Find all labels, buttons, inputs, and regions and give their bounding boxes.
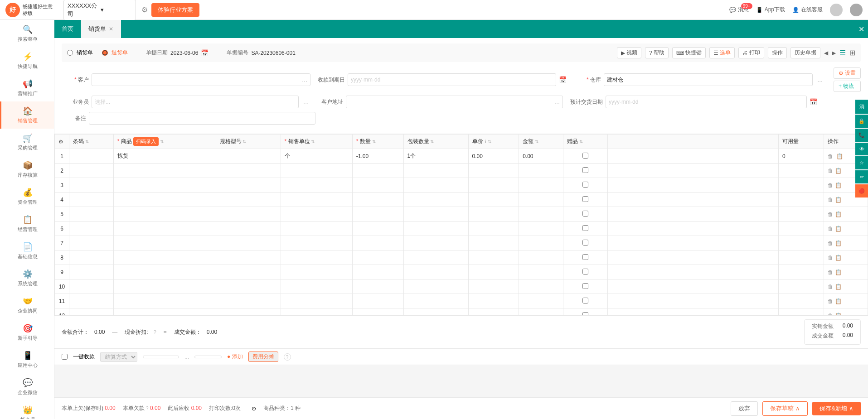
shortcut-button[interactable]: ⌨ 快捷键 bbox=[672, 47, 706, 58]
delete-row-icon[interactable]: 🗑 bbox=[828, 182, 833, 188]
payment-help-icon[interactable]: ? bbox=[284, 353, 291, 361]
float-message-btn[interactable]: 消 bbox=[855, 100, 868, 114]
spec-1[interactable] bbox=[216, 149, 281, 164]
note-1[interactable] bbox=[607, 149, 778, 164]
salesperson-dots[interactable]: ... bbox=[303, 98, 309, 106]
payment-amount-field[interactable] bbox=[194, 356, 222, 358]
copy-row-icon[interactable]: 📋 bbox=[835, 182, 842, 188]
payment-method-select[interactable]: 结算方式 bbox=[100, 352, 137, 362]
copy-row-icon[interactable]: 📋 bbox=[835, 313, 842, 316]
copy-row-icon[interactable]: 📋 bbox=[835, 168, 842, 174]
warehouse-input[interactable]: 建材仓 bbox=[604, 73, 813, 86]
user-avatar[interactable] bbox=[830, 4, 843, 16]
next-record-icon[interactable]: ▶ bbox=[832, 50, 836, 56]
settings-button[interactable]: ⚙ 设置 bbox=[834, 67, 861, 79]
sidebar-item-purchase[interactable]: 🛒 采购管理 bbox=[0, 129, 54, 156]
col-settings[interactable]: ⚙ bbox=[55, 135, 69, 149]
qty-1[interactable]: -1.00 bbox=[352, 149, 403, 164]
radio-return-input[interactable] bbox=[102, 50, 108, 56]
delete-row-icon[interactable]: 🗑 bbox=[828, 298, 833, 304]
settings-icon[interactable]: ⚙ bbox=[141, 5, 148, 14]
copy-row-icon[interactable]: 📋 bbox=[835, 255, 842, 261]
delete-row-icon[interactable]: 🗑 bbox=[828, 284, 833, 290]
expense-split-button[interactable]: 费用分摊 bbox=[248, 352, 278, 362]
copy-row-icon[interactable]: 📋 bbox=[835, 284, 842, 290]
sidebar-item-guide[interactable]: 🎯 新手引导 bbox=[0, 319, 54, 346]
sidebar-item-inventory[interactable]: 📦 库存核算 bbox=[0, 156, 54, 183]
user-avatar2[interactable] bbox=[850, 4, 863, 16]
expected-delivery-input[interactable]: yyyy-mm-dd bbox=[606, 96, 807, 108]
sidebar-item-sales[interactable]: 🏠 销售管理 bbox=[0, 101, 54, 129]
pkg-qty-1[interactable]: 1个 bbox=[403, 149, 468, 164]
customer-address-input[interactable] bbox=[346, 96, 563, 108]
video-button[interactable]: ▶ 视频 bbox=[617, 47, 641, 58]
history-button[interactable]: 历史单据 bbox=[790, 47, 820, 58]
sidebar-item-member[interactable]: 👑 畅会员 bbox=[0, 400, 54, 419]
delete-row-icon[interactable]: 🗑 bbox=[828, 269, 833, 275]
float-star-btn[interactable]: ☆ bbox=[855, 156, 868, 169]
discount-help-icon[interactable]: ? bbox=[154, 329, 156, 335]
radio-sales[interactable]: 销货单 bbox=[67, 49, 93, 57]
payment-dots[interactable]: ... bbox=[184, 354, 189, 360]
copy-row-icon[interactable]: 📋 bbox=[835, 298, 842, 304]
remarks-input[interactable] bbox=[89, 112, 315, 125]
sidebar-item-apps[interactable]: 📱 应用中心 bbox=[0, 346, 54, 373]
tab-close-icon[interactable]: ✕ bbox=[109, 26, 113, 32]
float-edit-btn[interactable]: ✏ bbox=[855, 170, 868, 183]
operation-button[interactable]: 操作 bbox=[768, 47, 787, 58]
product-1[interactable]: 拣货 bbox=[113, 149, 216, 164]
payment-account-field[interactable] bbox=[143, 356, 179, 358]
total-due-help[interactable]: ? bbox=[146, 406, 149, 411]
tab-close-window-icon[interactable]: ✕ bbox=[858, 25, 864, 34]
sidebar-item-capital[interactable]: 💰 资金管理 bbox=[0, 183, 54, 210]
sidebar-item-enterprise[interactable]: 🤝 企业协同 bbox=[0, 292, 54, 319]
company-selector[interactable]: XXXXXX公司 ▾ bbox=[63, 0, 136, 20]
sidebar-item-search[interactable]: 🔍 搜索菜单 bbox=[0, 20, 54, 47]
date-calendar-icon[interactable]: 📅 bbox=[201, 49, 209, 57]
print-button[interactable]: 🖨 打印 bbox=[738, 47, 764, 58]
delete-row-icon[interactable]: 🗑 bbox=[828, 240, 833, 246]
copy-row-icon[interactable]: 📋 bbox=[835, 269, 842, 275]
copy-row-icon[interactable]: 📋 bbox=[836, 153, 843, 159]
delete-row-icon[interactable]: 🗑 bbox=[828, 211, 833, 217]
gift-1[interactable] bbox=[563, 149, 607, 164]
price-1[interactable]: 0.00 bbox=[468, 149, 519, 164]
product-type-refresh-icon[interactable]: ⊙ bbox=[252, 405, 256, 412]
message-button[interactable]: 💬 消息 99+ bbox=[729, 6, 749, 14]
tab-sales-order[interactable]: 销货单 ✕ bbox=[81, 20, 121, 38]
delete-row-icon[interactable]: 🗑 bbox=[828, 313, 833, 316]
save-new-button[interactable]: 保存&新增 ∧ bbox=[812, 402, 861, 415]
delete-row-icon[interactable]: 🗑 bbox=[828, 168, 833, 174]
scan-barcode-button[interactable]: 扫码录入 bbox=[133, 137, 159, 146]
payment-due-calendar-icon[interactable]: 📅 bbox=[559, 76, 567, 83]
add-payment-button[interactable]: ● 添加 bbox=[227, 353, 243, 361]
sidebar-item-system[interactable]: ⚙️ 系统管理 bbox=[0, 265, 54, 292]
trial-button[interactable]: 体验行业方案 bbox=[151, 3, 199, 17]
discard-button[interactable]: 放弃 bbox=[731, 401, 758, 416]
amount-1[interactable]: 0.00 bbox=[519, 149, 563, 164]
customer-input[interactable] bbox=[92, 73, 310, 86]
one-click-payment-checkbox[interactable] bbox=[62, 354, 68, 360]
delete-row-icon[interactable]: 🗑 bbox=[828, 255, 833, 261]
sidebar-item-wechat[interactable]: 💬 企业微信 bbox=[0, 373, 54, 400]
online-service-button[interactable]: 👤 在线客服 bbox=[792, 6, 823, 14]
save-draft-button[interactable]: 保存草稿 ∧ bbox=[762, 401, 808, 416]
filter-button[interactable]: ☰ 选单 bbox=[709, 47, 735, 58]
delete-row-icon[interactable]: 🗑 bbox=[828, 226, 833, 232]
expected-delivery-calendar-icon[interactable]: 📅 bbox=[810, 98, 817, 106]
grid-view-icon[interactable]: ⊞ bbox=[849, 48, 855, 57]
logistics-button[interactable]: + 物流 bbox=[834, 81, 861, 92]
copy-row-icon[interactable]: 📋 bbox=[835, 240, 842, 246]
copy-row-icon[interactable]: 📋 bbox=[835, 226, 842, 232]
list-view-icon[interactable]: ☰ bbox=[839, 48, 846, 57]
copy-row-icon[interactable]: 📋 bbox=[835, 211, 842, 217]
delete-row-icon[interactable]: 🗑 bbox=[828, 153, 833, 159]
unit-1[interactable]: 个 bbox=[281, 149, 352, 164]
tab-home[interactable]: 首页 bbox=[54, 20, 81, 38]
radio-sales-input[interactable] bbox=[67, 50, 73, 56]
sidebar-item-operations[interactable]: 📋 经营管理 bbox=[0, 210, 54, 237]
float-review-btn[interactable]: 👁 bbox=[855, 143, 868, 155]
radio-return[interactable]: 退货单 bbox=[102, 49, 128, 57]
payment-due-input[interactable]: yyyy-mm-dd bbox=[348, 73, 556, 86]
sidebar-item-quick-nav[interactable]: ⚡ 快捷导航 bbox=[0, 47, 54, 74]
